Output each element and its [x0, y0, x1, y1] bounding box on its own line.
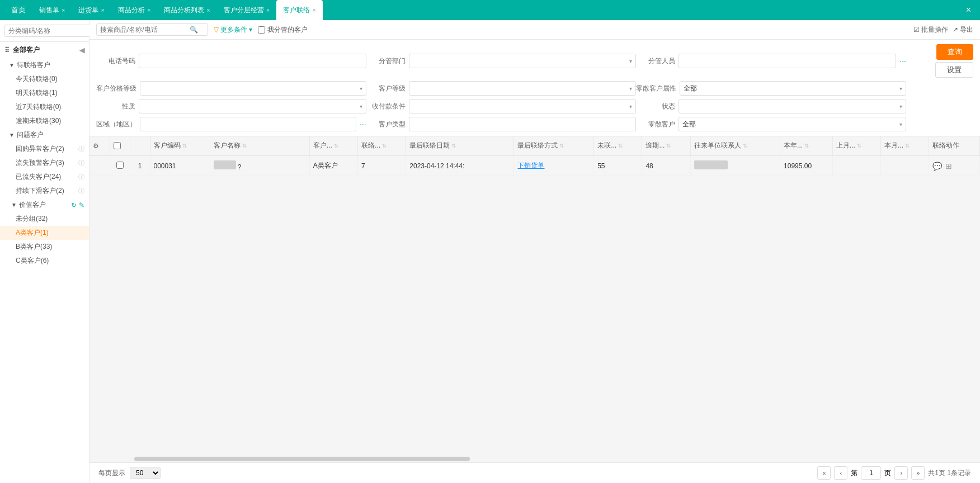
sidebar-search-input[interactable] — [4, 25, 96, 37]
filter-icon: ▽ — [214, 26, 219, 34]
settings-button[interactable]: 设置 — [935, 62, 973, 78]
grade-select[interactable]: ▾ — [409, 81, 637, 96]
last-page-button[interactable]: » — [911, 466, 925, 480]
sidebar-group-problem[interactable]: ▼ 问题客户 — [0, 128, 89, 142]
sidebar-item-tomorrow[interactable]: 明天待联络(1) — [0, 86, 89, 100]
col-checkbox[interactable] — [110, 136, 130, 155]
col-this-year[interactable]: 本年...⇅ — [780, 136, 833, 155]
all-customers-header[interactable]: ⠿ 全部客户 ◀ — [0, 42, 89, 58]
close-tab-customer-contact-icon[interactable]: × — [312, 7, 315, 13]
page-input[interactable] — [861, 466, 881, 480]
sidebar-item-lost-warning[interactable]: 流失预警客户(3) ⓘ — [0, 156, 89, 170]
my-customer-checkbox[interactable] — [258, 26, 265, 34]
manager-input[interactable] — [679, 54, 896, 68]
filter-search-icon[interactable]: 🔍 — [190, 26, 198, 34]
col-overdue[interactable]: 逾期...⇅ — [642, 136, 690, 155]
sidebar-item-c-class[interactable]: C类客户(6) — [0, 254, 89, 268]
edit-icon[interactable]: ✎ — [79, 201, 84, 209]
message-action-icon[interactable]: 💬 — [932, 162, 942, 171]
tomorrow-label: 明天待联络(1) — [16, 88, 84, 98]
sidebar-group-value[interactable]: ▼ 价值客户 ↻ ✎ — [0, 198, 89, 212]
sidebar-item-a-class[interactable]: A类客户(1) — [0, 226, 89, 240]
payment-dropdown-icon: ▾ — [629, 103, 632, 110]
sidebar-item-declining[interactable]: 持续下滑客户(2) ⓘ — [0, 184, 89, 198]
payment-select[interactable]: ▾ — [409, 99, 637, 113]
page-size-label: 每页显示 — [98, 468, 125, 478]
row-last-month-cell — [832, 155, 880, 176]
col-contact[interactable]: 联络...⇅ — [358, 136, 406, 155]
col-name[interactable]: 客户名称⇅ — [210, 136, 309, 155]
nav-tab-analysis-list[interactable]: 商品分析列表 × — [157, 0, 216, 20]
row-checkbox-cell[interactable] — [110, 155, 130, 176]
col-no-contact[interactable]: 未联...⇅ — [594, 136, 642, 155]
sidebar-group-pending[interactable]: ▼ 待联络客户 — [0, 58, 89, 72]
filter-search-input[interactable] — [100, 26, 190, 34]
nature-select[interactable]: ▾ — [139, 99, 366, 113]
select-all-checkbox[interactable] — [114, 142, 121, 149]
region-dots-icon[interactable]: ··· — [360, 120, 366, 129]
col-code[interactable]: 客户编码⇅ — [150, 136, 210, 155]
region-input[interactable] — [140, 117, 356, 131]
sort-last-month-icon: ⇅ — [857, 143, 861, 149]
next-page-button[interactable]: › — [894, 466, 908, 480]
col-last-month[interactable]: 上月...⇅ — [832, 136, 880, 155]
sidebar-item-ungroup[interactable]: 未分组(32) — [0, 212, 89, 226]
last-method-link[interactable]: 下销货单 — [517, 162, 544, 169]
row-checkbox[interactable] — [116, 162, 124, 169]
col-grade-label: 客户... — [313, 141, 332, 150]
col-this-month[interactable]: 本月...⇅ — [881, 136, 929, 155]
col-settings[interactable]: ⚙ — [89, 136, 110, 155]
row-this-year-cell: 10995.00 — [780, 155, 833, 176]
horizontal-scrollbar[interactable] — [89, 456, 980, 462]
close-tab-customer-mgmt-icon[interactable]: × — [266, 7, 270, 13]
scatter-attr-select[interactable]: 全部 ▾ — [680, 81, 906, 96]
close-tab-analysis-icon[interactable]: × — [147, 7, 150, 13]
col-last-date[interactable]: 最后联络日期⇅ — [406, 136, 514, 155]
scrollbar-thumb[interactable] — [134, 457, 470, 461]
col-last-method[interactable]: 最后联络方式⇅ — [514, 136, 594, 155]
refresh-icon[interactable]: ↻ — [71, 201, 77, 209]
first-page-button[interactable]: « — [817, 466, 831, 480]
nav-home[interactable]: 首页 — [4, 0, 32, 20]
dept-select[interactable]: ▾ — [409, 54, 637, 68]
query-button[interactable]: 查询 — [936, 44, 973, 60]
page-label: 第 — [851, 468, 858, 478]
table-settings-icon[interactable]: ⚙ — [93, 142, 99, 150]
phone-input[interactable] — [139, 54, 366, 68]
today-label: 今天待联络(0) — [16, 74, 84, 84]
customer-type-input[interactable] — [409, 117, 637, 131]
sidebar-collapse-icon[interactable]: ◀ — [79, 46, 84, 54]
sidebar-item-lost[interactable]: 已流失客户(24) ⓘ — [0, 170, 89, 184]
sidebar-item-7days[interactable]: 近7天待联络(0) — [0, 100, 89, 114]
status-select[interactable]: ▾ — [679, 99, 906, 113]
price-grade-select[interactable]: ▾ — [140, 81, 366, 96]
close-tab-purchase-icon[interactable]: × — [101, 7, 104, 13]
qr-action-icon[interactable]: ⊞ — [945, 162, 952, 171]
export-link[interactable]: ↗ 导出 — [953, 25, 973, 35]
nav-tab-purchase[interactable]: 进货单 × — [72, 0, 111, 20]
nav-tab-sales[interactable]: 销售单 × — [32, 0, 72, 20]
page-size-select[interactable]: 50 20 100 — [130, 467, 161, 479]
filter-more-conditions[interactable]: ▽ 更多条件 ▾ — [214, 25, 252, 35]
nav-tab-customer-contact[interactable]: 客户联络 × — [276, 0, 322, 20]
col-grade[interactable]: 客户...⇅ — [309, 136, 357, 155]
scatter-select[interactable]: 全部 ▾ — [679, 117, 906, 131]
batch-op-link[interactable]: ☑ 批量操作 — [913, 25, 948, 35]
manager-dots-icon[interactable]: ··· — [899, 56, 906, 65]
row-last-method-cell[interactable]: 下销货单 — [514, 155, 594, 176]
close-tab-sales-icon[interactable]: × — [62, 7, 65, 13]
close-tab-analysis-list-icon[interactable]: × — [206, 7, 210, 13]
nav-tab-customer-mgmt[interactable]: 客户分层经营 × — [217, 0, 276, 20]
sidebar-item-today[interactable]: 今天待联络(0) — [0, 72, 89, 86]
prev-page-button[interactable]: ‹ — [834, 466, 847, 480]
sidebar-item-b-class[interactable]: B类客户(33) — [0, 240, 89, 254]
global-close-button[interactable]: × — [962, 5, 976, 15]
sidebar-item-overdue[interactable]: 逾期未联络(30) — [0, 114, 89, 128]
col-company-contact[interactable]: 往来单位联系人⇅ — [690, 136, 780, 155]
nav-tab-analysis[interactable]: 商品分析 × — [111, 0, 157, 20]
filter-my-customer[interactable]: 我分管的客户 — [258, 25, 308, 35]
my-customer-label: 我分管的客户 — [267, 25, 308, 35]
sidebar-item-repurchase[interactable]: 回购异常客户(2) ⓘ — [0, 142, 89, 156]
filter-cell-scatter: 零散客户 全部 ▾ — [636, 117, 906, 131]
dept-dropdown-icon: ▾ — [629, 58, 632, 64]
